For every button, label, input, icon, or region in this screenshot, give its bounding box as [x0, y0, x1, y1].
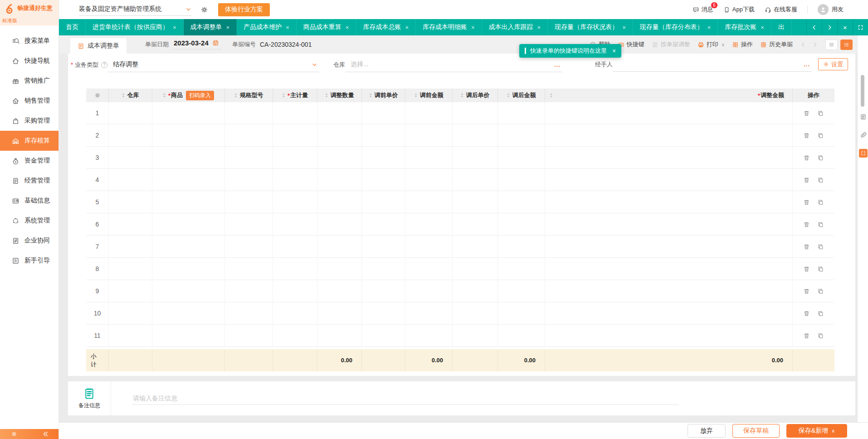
table-cell[interactable]: [152, 102, 225, 124]
tab-8[interactable]: 现存量（库存状况表）×: [548, 19, 633, 35]
table-cell[interactable]: [498, 258, 545, 280]
copy-icon[interactable]: [817, 221, 824, 228]
gear-icon[interactable]: [200, 6, 208, 14]
table-cell[interactable]: [498, 124, 545, 146]
table-cell[interactable]: [362, 169, 405, 191]
trash-icon[interactable]: [803, 266, 810, 272]
tab-close-icon[interactable]: ×: [226, 24, 230, 31]
table-cell[interactable]: [545, 169, 793, 191]
copy-icon[interactable]: [817, 332, 824, 339]
table-cell[interactable]: [109, 325, 152, 346]
table-cell[interactable]: [273, 325, 317, 346]
sort-icon[interactable]: ▲▼: [325, 93, 328, 98]
sort-icon[interactable]: ▲▼: [550, 93, 553, 98]
table-cell[interactable]: [225, 302, 273, 324]
table-cell[interactable]: [453, 258, 498, 280]
table-cell[interactable]: [273, 124, 317, 146]
trash-icon[interactable]: [803, 332, 810, 339]
copy-icon[interactable]: [817, 310, 824, 317]
prev-tab-icon[interactable]: [806, 19, 822, 35]
table-cell[interactable]: [273, 280, 317, 302]
table-cell[interactable]: [317, 191, 362, 213]
more-dots-icon[interactable]: ...: [804, 61, 810, 68]
side-panel-icon[interactable]: [858, 113, 868, 120]
sidebar-item-guide[interactable]: 新新手引导: [0, 251, 59, 271]
table-cell[interactable]: [545, 102, 793, 124]
table-cell[interactable]: [498, 325, 545, 346]
sort-icon[interactable]: ▲▼: [163, 93, 166, 98]
tab-3[interactable]: 产品成本维护×: [237, 19, 297, 35]
table-cell[interactable]: [109, 213, 152, 235]
table-cell[interactable]: [453, 191, 498, 213]
sort-icon[interactable]: ▲▼: [414, 93, 418, 98]
column-header[interactable]: ▲▼调整数量: [317, 89, 362, 102]
table-cell[interactable]: [225, 169, 273, 191]
trial-solution-button[interactable]: 体验行业方案: [218, 3, 270, 16]
table-cell[interactable]: [453, 169, 498, 191]
table-cell[interactable]: [545, 213, 793, 235]
table-cell[interactable]: [273, 147, 317, 168]
biz-type-select[interactable]: 结存调整: [107, 59, 319, 72]
table-cell[interactable]: [362, 102, 405, 124]
table-cell[interactable]: [362, 280, 405, 302]
save-draft-button[interactable]: 保存草稿: [732, 424, 780, 438]
sort-icon[interactable]: ▲▼: [369, 93, 372, 98]
trash-icon[interactable]: [803, 288, 810, 295]
tab-6[interactable]: 库存成本明细账×: [416, 19, 482, 35]
column-header[interactable]: ▲▼调前单价: [362, 89, 405, 102]
table-cell[interactable]: [362, 124, 405, 146]
table-cell[interactable]: [405, 302, 453, 324]
table-cell[interactable]: [453, 302, 498, 324]
table-settings-button[interactable]: 设置: [818, 58, 848, 70]
doc-tab[interactable]: 成本调整单: [70, 38, 127, 54]
table-cell[interactable]: [498, 236, 545, 257]
table-cell[interactable]: [453, 124, 498, 146]
tab-1[interactable]: 进货单统计表（按供应商）×: [86, 19, 184, 35]
table-cell[interactable]: [152, 258, 225, 280]
table-cell[interactable]: [109, 124, 152, 146]
table-cell[interactable]: [362, 191, 405, 213]
table-cell[interactable]: [498, 302, 545, 324]
sidebar-item-clipboard[interactable]: 经营管理: [0, 171, 59, 191]
table-cell[interactable]: [273, 258, 317, 280]
table-cell[interactable]: [405, 236, 453, 257]
table-cell[interactable]: [545, 280, 793, 302]
table-cell[interactable]: [498, 147, 545, 168]
table-cell[interactable]: [545, 124, 793, 146]
copy-icon[interactable]: [817, 177, 824, 183]
table-cell[interactable]: [152, 325, 225, 346]
table-cell[interactable]: [453, 325, 498, 346]
table-cell[interactable]: [225, 280, 273, 302]
scrollbar-thumb[interactable]: [861, 75, 864, 107]
table-cell[interactable]: [273, 191, 317, 213]
table-cell[interactable]: [109, 147, 152, 168]
more-dots-icon[interactable]: ...: [554, 61, 561, 68]
table-cell[interactable]: [273, 102, 317, 124]
sidebar-item-idcard[interactable]: 基础信息: [0, 191, 59, 211]
table-cell[interactable]: [545, 258, 793, 280]
chevron-down-icon[interactable]: [312, 62, 317, 68]
table-cell[interactable]: [362, 325, 405, 346]
table-cell[interactable]: [453, 147, 498, 168]
table-cell[interactable]: [109, 102, 152, 124]
table-cell[interactable]: [317, 236, 362, 257]
sidebar-item-collab[interactable]: 企业协同: [0, 231, 59, 251]
table-cell[interactable]: [152, 302, 225, 324]
sort-icon[interactable]: ▲▼: [122, 93, 125, 98]
sidebar-item-gift[interactable]: 营销推广: [0, 71, 59, 91]
sidebar-item-warehouse[interactable]: 库存核算: [0, 131, 59, 151]
table-cell[interactable]: [109, 191, 152, 213]
table-cell[interactable]: [152, 236, 225, 257]
online-service-entry[interactable]: 在线客服: [765, 5, 797, 14]
tab-2[interactable]: 成本调整单×: [184, 19, 237, 35]
table-cell[interactable]: [498, 102, 545, 124]
collapse-sidebar-icon[interactable]: [42, 431, 49, 437]
table-cell[interactable]: [317, 258, 362, 280]
tab-close-icon[interactable]: ×: [405, 24, 409, 31]
table-cell[interactable]: [152, 147, 225, 168]
table-cell[interactable]: [453, 280, 498, 302]
table-cell[interactable]: [273, 169, 317, 191]
column-header[interactable]: ▲▼调前金额: [405, 89, 453, 102]
table-cell[interactable]: [152, 191, 225, 213]
sort-icon[interactable]: ▲▼: [282, 93, 285, 98]
